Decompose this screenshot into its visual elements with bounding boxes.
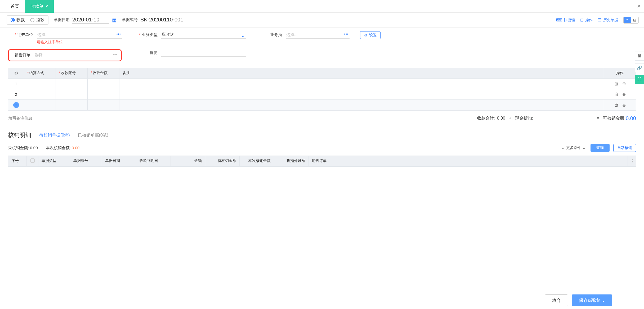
verification-table: 序号 单据类型 单据编号 单据日期 收款到期日 金额 待核销金额 本次核销金额 … xyxy=(8,156,636,167)
side-dock: 🖶 🔗 ⛶ xyxy=(635,52,644,84)
equals-sign: = xyxy=(597,116,599,121)
row-index: 2 xyxy=(8,89,24,99)
dock-link-icon[interactable]: 🔗 xyxy=(635,63,644,72)
add-row-button[interactable]: + xyxy=(13,102,19,108)
discount-input[interactable] xyxy=(535,118,561,119)
grid-icon: ⊞ xyxy=(580,17,584,22)
number-value: SK-20200110-001 xyxy=(140,17,183,23)
remark-input[interactable] xyxy=(8,114,119,122)
table-add-row: + 🗑 ⊕ xyxy=(8,100,636,110)
radio-receive[interactable]: 收款 xyxy=(11,17,25,23)
col-amount: *收款金额 xyxy=(88,68,119,78)
biztype-input[interactable] xyxy=(161,31,246,39)
chevron-down-icon: ⌄ xyxy=(601,298,605,303)
col-type: 单据类型 xyxy=(38,156,70,166)
form-header: 收款 退款 单据日期 2020-01-10 ▦ 单据编号 SK-20200110… xyxy=(0,13,644,28)
tab-pending[interactable]: 待核销单据(0笔) xyxy=(39,133,70,138)
tab-home[interactable]: 首页 xyxy=(5,0,25,13)
chevron-down-icon: ⌄ xyxy=(583,146,586,150)
more-filter[interactable]: ▽ 更多条件 ⌄ xyxy=(562,146,586,150)
col-seq: 序号 xyxy=(8,156,27,166)
more-icon[interactable]: ••• xyxy=(113,52,117,57)
current-verify-amount: 本次核销金额: 0.00 xyxy=(46,146,80,151)
number-label: 单据编号 xyxy=(122,17,138,22)
dock-print-icon[interactable]: 🖶 xyxy=(635,52,644,61)
shortcut-action[interactable]: ⌨ 快捷键 xyxy=(556,17,575,22)
footer-bar: 放弃 保存&新增 ⌄ xyxy=(545,294,612,306)
delete-icon[interactable]: 🗑 xyxy=(614,92,619,97)
cell-account[interactable] xyxy=(56,79,88,89)
radio-label: 收款 xyxy=(16,17,25,23)
chevron-down-icon[interactable] xyxy=(240,32,245,39)
copy-icon[interactable]: ⊕ xyxy=(622,81,626,86)
verifiable-value: 0.00 xyxy=(626,115,636,121)
salesorder-input[interactable] xyxy=(34,52,118,59)
history-action[interactable]: ☰ 历史单据 xyxy=(598,17,618,22)
col-remark: 备注 xyxy=(119,68,604,78)
cell-remark[interactable] xyxy=(119,89,604,99)
col-current: 本次核销金额 xyxy=(240,156,274,166)
biztype-label: *业务类型 xyxy=(132,31,158,37)
view-list-icon[interactable]: ≡ xyxy=(624,17,631,23)
close-icon[interactable]: × xyxy=(46,0,48,13)
calendar-icon[interactable]: ▦ xyxy=(112,17,117,23)
gear-icon: ⚙ xyxy=(14,71,18,75)
cell-remark[interactable] xyxy=(119,79,604,89)
col-sort[interactable]: ▲▼ xyxy=(628,156,636,166)
keyboard-icon: ⌨ xyxy=(556,17,562,22)
salesperson-input[interactable] xyxy=(286,31,350,39)
col-amount: 金额 xyxy=(171,156,205,166)
summary-row: 收款合计: 0.00 + 现金折扣: = 可核销金额 0.00 xyxy=(0,111,644,126)
copy-icon[interactable]: ⊕ xyxy=(622,103,626,108)
cell-amount[interactable] xyxy=(88,89,119,99)
salesperson-label: 业务员 xyxy=(257,31,282,37)
customer-label: *往来单位 xyxy=(8,31,33,37)
close-all-icon[interactable]: × xyxy=(637,3,641,10)
row-index: 1 xyxy=(8,79,24,89)
cell-settle[interactable] xyxy=(24,89,56,99)
delete-icon[interactable]: 🗑 xyxy=(614,81,619,86)
delete-icon[interactable]: 🗑 xyxy=(614,103,619,107)
dock-expand-icon[interactable]: ⛶ xyxy=(635,75,644,84)
settings-button[interactable]: ⚙ 设置 xyxy=(360,31,381,39)
total-value: 0.00 xyxy=(497,116,505,121)
col-order: 销售订单 xyxy=(308,156,628,166)
col-pending: 待核销金额 xyxy=(205,156,240,166)
tab-done[interactable]: 已核销单据(0笔) xyxy=(78,133,109,138)
radio-refund[interactable]: 退款 xyxy=(30,17,44,23)
more-icon[interactable]: ••• xyxy=(344,32,348,37)
cancel-button[interactable]: 放弃 xyxy=(545,294,568,306)
salesorder-label: 销售订单 xyxy=(11,52,30,58)
operate-action[interactable]: ⊞ 操作 xyxy=(580,17,593,22)
table-row: 1 🗑 ⊕ xyxy=(8,79,636,89)
customer-error: 请输入往来单位 xyxy=(37,40,122,44)
fields-area: *往来单位 ••• 请输入往来单位 *业务类型 业务员 ••• xyxy=(0,28,644,68)
more-icon[interactable]: ••• xyxy=(116,32,121,37)
col-checkbox[interactable] xyxy=(27,156,38,166)
radio-icon xyxy=(11,18,15,22)
date-label: 单据日期 xyxy=(54,17,70,22)
cell-settle[interactable] xyxy=(24,79,56,89)
payment-table: ⚙ *结算方式 *收款账号 *收款金额 备注 操作 1 🗑 ⊕ 2 🗑 xyxy=(8,68,636,111)
tab-receipt[interactable]: 收款单 × xyxy=(25,0,54,13)
auto-verify-button[interactable]: 自动核销 xyxy=(613,144,636,152)
summary-label: 摘要 xyxy=(132,49,158,55)
col-alloc: 折扣分摊额 xyxy=(274,156,308,166)
query-button[interactable]: 查询 xyxy=(591,144,610,152)
copy-icon[interactable]: ⊕ xyxy=(622,92,626,97)
discount-label: 现金折扣: xyxy=(515,116,533,121)
summary-input[interactable] xyxy=(161,49,246,57)
verifiable-label: 可核销金额 xyxy=(603,116,624,121)
customer-input[interactable] xyxy=(37,31,122,39)
section-title: 核销明细 xyxy=(8,131,31,139)
gear-icon: ⚙ xyxy=(364,33,368,37)
tab-label: 收款单 xyxy=(31,0,43,13)
filter-icon: ▽ xyxy=(562,146,565,150)
cell-account[interactable] xyxy=(56,89,88,99)
save-button[interactable]: 保存&新增 ⌄ xyxy=(572,294,612,306)
view-card-icon[interactable]: ⊟ xyxy=(631,17,638,23)
col-date: 单据日期 xyxy=(102,156,136,166)
date-value[interactable]: 2020-01-10 xyxy=(72,17,109,24)
table-settings-header[interactable]: ⚙ xyxy=(8,68,24,78)
cell-amount[interactable] xyxy=(88,79,119,89)
